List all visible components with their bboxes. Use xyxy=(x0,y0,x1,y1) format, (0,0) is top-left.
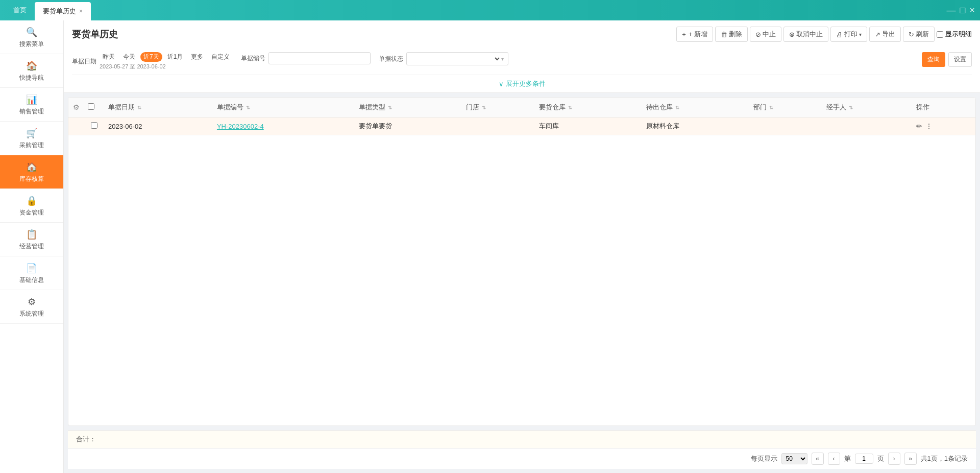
sidebar-item-label: 经营管理 xyxy=(19,242,44,251)
sort-order-no-icon[interactable]: ⇅ xyxy=(246,105,250,110)
table-checkbox-col xyxy=(84,98,104,117)
sort-handler-icon[interactable]: ⇅ xyxy=(849,105,853,110)
sort-store-icon[interactable]: ⇅ xyxy=(482,105,486,110)
stop-button[interactable]: ⊘ 中止 xyxy=(750,27,781,42)
column-settings-icon[interactable]: ⚙ xyxy=(73,103,80,111)
page-title-row: 要货单历史 + + 新增 🗑 删除 ⊘ 中止 ⊗ xyxy=(72,27,972,42)
cancel-stop-icon: ⊗ xyxy=(789,31,795,38)
row-checkbox[interactable] xyxy=(91,122,97,129)
th-warehouse: 要货仓库 ⇅ xyxy=(535,98,642,117)
sidebar-item-purchase[interactable]: 🛒 采购管理 xyxy=(0,122,63,155)
sidebar-item-label: 采购管理 xyxy=(19,141,44,150)
date-shortcut-1month[interactable]: 近1月 xyxy=(164,52,186,62)
table-row: 2023-06-02 YH-20230602-4 要货单要货 车间库 xyxy=(68,117,975,135)
tab-order-history[interactable]: 要货单历史 × xyxy=(35,2,91,20)
date-shortcut-custom[interactable]: 自定义 xyxy=(208,52,233,62)
show-detail-checkbox[interactable] xyxy=(937,31,943,38)
export-button[interactable]: ↗ 导出 xyxy=(869,27,901,42)
stop-icon: ⊘ xyxy=(755,31,761,38)
close-button[interactable]: × xyxy=(969,5,975,16)
order-no-label: 单据编号 xyxy=(241,54,265,63)
order-no-input[interactable] xyxy=(268,52,371,64)
data-table: ⚙ 单据日期 ⇅ 单据编号 ⇅ xyxy=(68,98,975,135)
date-filter-group: 昨天 今天 近7天 近1月 更多 自定义 2023-05-27 至 2023-0… xyxy=(100,52,233,70)
row-department xyxy=(749,117,822,135)
sidebar-item-inventory[interactable]: 🏠 库存核算 xyxy=(0,155,63,189)
sort-warehouse-icon[interactable]: ⇅ xyxy=(568,105,572,110)
show-detail-checkbox-wrap[interactable]: 显示明细 xyxy=(937,30,972,39)
tab-close-icon[interactable]: × xyxy=(79,8,83,15)
sidebar-item-operations[interactable]: 📋 经营管理 xyxy=(0,223,63,256)
tab-home[interactable]: 首页 xyxy=(5,0,35,20)
prev-page-button[interactable]: ‹ xyxy=(828,453,840,465)
sort-type-icon[interactable]: ⇅ xyxy=(388,105,392,110)
page-size-select[interactable]: 10 20 50 100 xyxy=(781,453,807,464)
sidebar-item-system[interactable]: ⚙ 系统管理 xyxy=(0,290,63,324)
top-bar: 首页 要货单历史 × — □ × xyxy=(0,0,980,20)
select-all-checkbox[interactable] xyxy=(88,103,94,110)
quick-nav-icon: 🏠 xyxy=(26,60,37,72)
refresh-button[interactable]: ↻ 刷新 xyxy=(903,27,935,42)
th-type: 单据类型 ⇅ xyxy=(355,98,462,117)
finance-icon: 🔒 xyxy=(26,195,37,206)
th-order-no: 单据编号 ⇅ xyxy=(213,98,355,117)
row-actions: ✏ ⋮ xyxy=(912,117,975,135)
sort-pending-warehouse-icon[interactable]: ⇅ xyxy=(675,105,679,110)
date-filter-item: 单据日期 昨天 今天 近7天 近1月 更多 自定义 2023-05-27 至 2… xyxy=(72,52,233,70)
first-page-button[interactable]: « xyxy=(812,453,824,465)
status-label: 单据状态 xyxy=(379,55,403,63)
cancel-stop-button[interactable]: ⊗ 取消中止 xyxy=(783,27,828,42)
sidebar-item-sales[interactable]: 📊 销售管理 xyxy=(0,88,63,122)
row-num xyxy=(84,117,104,135)
last-page-button[interactable]: » xyxy=(904,453,917,465)
maximize-button[interactable]: □ xyxy=(960,5,966,16)
date-shortcut-today[interactable]: 今天 xyxy=(120,52,138,62)
sort-department-icon[interactable]: ⇅ xyxy=(769,105,773,110)
sidebar-item-basic-info[interactable]: 📄 基础信息 xyxy=(0,256,63,290)
delete-button[interactable]: 🗑 删除 xyxy=(715,27,748,42)
status-select[interactable] xyxy=(411,55,501,63)
th-handler: 经手人 ⇅ xyxy=(822,98,912,117)
page-header: 要货单历史 + + 新增 🗑 删除 ⊘ 中止 ⊗ xyxy=(64,20,980,93)
minimize-button[interactable]: — xyxy=(947,5,956,16)
sidebar: 🔍 搜索菜单 🏠 快捷导航 📊 销售管理 🛒 采购管理 🏠 库存核算 🔒 资金管… xyxy=(0,20,64,473)
row-store xyxy=(462,117,535,135)
sidebar-item-search-menu[interactable]: 🔍 搜索菜单 xyxy=(0,20,63,54)
sidebar-item-quick-nav[interactable]: 🏠 快捷导航 xyxy=(0,54,63,88)
new-button[interactable]: + + 新增 xyxy=(676,27,713,42)
status-select-wrap: ▾ xyxy=(406,52,508,65)
th-store: 门店 ⇅ xyxy=(462,98,535,117)
next-page-button[interactable]: › xyxy=(888,453,900,465)
order-no-filter-item: 单据编号 xyxy=(241,52,371,64)
plus-icon: + xyxy=(682,31,686,38)
row-handler xyxy=(822,117,912,135)
more-icon[interactable]: ⋮ xyxy=(925,122,933,130)
expand-more-row[interactable]: ∨ 展开更多条件 xyxy=(72,75,972,92)
date-shortcut-yesterday[interactable]: 昨天 xyxy=(100,52,118,62)
filter-action-buttons: 查询 设置 xyxy=(922,52,972,67)
table-header-row: ⚙ 单据日期 ⇅ 单据编号 ⇅ xyxy=(68,98,975,117)
sidebar-item-finance[interactable]: 🔒 资金管理 xyxy=(0,189,63,223)
total-info: 共1页，1条记录 xyxy=(921,454,968,463)
query-button[interactable]: 查询 xyxy=(922,52,945,67)
inventory-icon: 🏠 xyxy=(26,161,37,173)
chevron-down-icon: ▾ xyxy=(501,56,504,62)
row-order-no-link[interactable]: YH-20230602-4 xyxy=(217,123,264,130)
settings-filter-button[interactable]: 设置 xyxy=(948,52,972,67)
date-filter-label: 单据日期 xyxy=(72,57,96,66)
print-button[interactable]: 🖨 打印 ▾ xyxy=(830,27,867,42)
sidebar-item-label: 搜索菜单 xyxy=(19,40,44,49)
th-date: 单据日期 ⇅ xyxy=(104,98,213,117)
table-settings-col: ⚙ xyxy=(68,98,84,117)
page-number-input[interactable] xyxy=(855,454,873,464)
edit-icon[interactable]: ✏ xyxy=(916,122,922,130)
status-filter-item: 单据状态 ▾ xyxy=(379,52,508,65)
sidebar-item-label: 销售管理 xyxy=(19,107,44,116)
export-icon: ↗ xyxy=(875,31,880,38)
table-summary: 合计： xyxy=(68,430,976,448)
date-shortcut-more[interactable]: 更多 xyxy=(188,52,206,62)
sidebar-item-label: 基础信息 xyxy=(19,276,44,285)
date-shortcut-7days[interactable]: 近7天 xyxy=(140,52,162,62)
window-actions: — □ × xyxy=(947,5,975,16)
sort-date-icon[interactable]: ⇅ xyxy=(137,105,141,110)
